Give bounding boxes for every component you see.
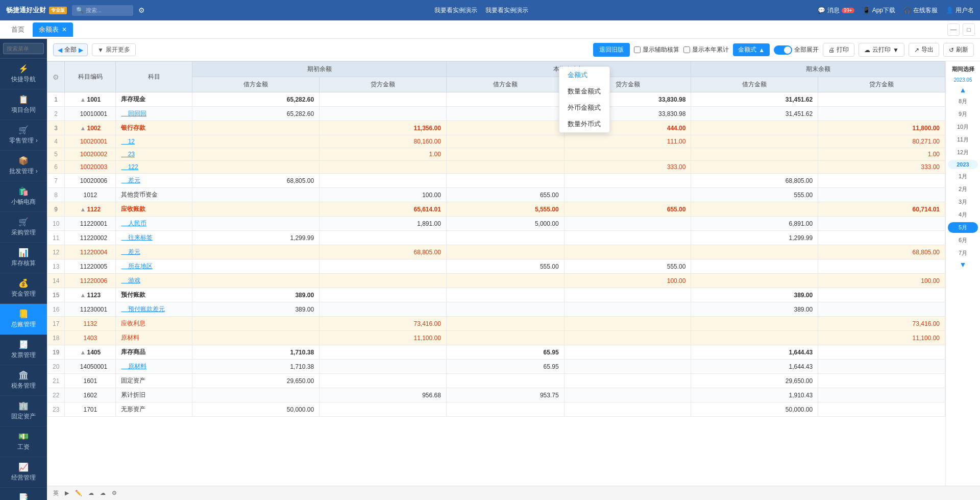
- show-ytd-check[interactable]: 显示本年累计: [683, 45, 729, 54]
- period-1[interactable]: 1月: [948, 171, 978, 182]
- table-cell-name-13[interactable]: 游戏: [116, 274, 192, 288]
- tab-balance[interactable]: 余额表 ✕: [33, 22, 73, 37]
- period-5[interactable]: 5月: [948, 222, 978, 233]
- wholesale-icon: 📦: [3, 156, 44, 165]
- download-btn[interactable]: 📱 App下载: [863, 6, 895, 15]
- user-btn[interactable]: 👤 用户名: [946, 6, 974, 15]
- table-cell-pc-4: [564, 148, 691, 161]
- filter-tag[interactable]: ◀ 全部 ▶: [53, 43, 88, 56]
- table-cell-oc-12: [320, 259, 447, 274]
- table-cell-od-15: 389.00: [192, 302, 320, 317]
- table-cell-name-9[interactable]: 人民币: [116, 217, 192, 231]
- export-btn[interactable]: ↗ 导出: [909, 43, 939, 57]
- period-2[interactable]: 2月: [948, 184, 978, 195]
- period-7[interactable]: 7月: [948, 248, 978, 258]
- view-mode-btn[interactable]: 金额式 ▲: [733, 43, 770, 56]
- sidebar-search-input[interactable]: [3, 43, 44, 54]
- table-cell-pd-12: 555.00: [446, 259, 564, 274]
- table-cell-pc-15: [564, 302, 691, 317]
- sidebar-item-accounting[interactable]: 📒 总账管理: [0, 304, 47, 335]
- table-cell-od-8: [192, 202, 320, 217]
- table-cell-name-1[interactable]: 回回回: [116, 107, 192, 121]
- table-cell-name-19[interactable]: 原材料: [116, 360, 192, 374]
- expand-more-btn[interactable]: ▼ 展开更多: [92, 43, 136, 56]
- print-btn[interactable]: 🖨 打印: [823, 43, 854, 57]
- period-9[interactable]: 9月: [948, 109, 978, 120]
- table-cell-oc-17: 11,100.00: [320, 331, 447, 345]
- assist-checkbox[interactable]: [634, 46, 641, 53]
- service-btn[interactable]: 🎧 在线客服: [903, 6, 938, 15]
- sidebar-item-invoice[interactable]: 🧾 发票管理: [0, 335, 47, 365]
- table-cell-name-6[interactable]: 差元: [116, 174, 192, 188]
- view-option-qty-amount[interactable]: 数量金额式: [559, 83, 609, 100]
- table-cell-no-13: 14: [47, 274, 65, 288]
- table-cell-name-12[interactable]: 所在地区: [116, 259, 192, 274]
- sidebar-item-finance[interactable]: 💰 资金管理: [0, 273, 47, 304]
- message-icon: 💬: [818, 7, 825, 14]
- sidebar-item-project[interactable]: 📋 项目合同: [0, 89, 47, 120]
- table-cell-oc-22: [320, 402, 447, 417]
- show-assist-check[interactable]: 显示辅助核算: [634, 45, 679, 54]
- tab-maximize-btn[interactable]: □: [963, 23, 975, 36]
- tab-close-icon[interactable]: ✕: [62, 26, 67, 33]
- view-option-foreign-amount[interactable]: 外币金额式: [559, 100, 609, 116]
- sidebar-item-report[interactable]: 📑 小畅报销: [0, 488, 47, 500]
- table-cell-cc-6: [818, 174, 945, 188]
- refresh-btn[interactable]: ↺ 刷新: [943, 43, 974, 57]
- tab-home[interactable]: 首页: [5, 22, 31, 37]
- sidebar-item-wholesale[interactable]: 📦 批发管理 ›: [0, 151, 47, 181]
- table-cell-name-5[interactable]: 122: [116, 161, 192, 174]
- back-old-version-btn[interactable]: 退回旧版: [593, 43, 630, 57]
- switch-toggle[interactable]: [774, 45, 792, 55]
- col-settings-header[interactable]: ⚙: [47, 62, 65, 92]
- table-cell-cd-6: 68,805.00: [691, 174, 818, 188]
- sidebar-item-ecommerce[interactable]: 🛍️ 小畅电商: [0, 181, 47, 212]
- service-icon: 🎧: [903, 7, 911, 14]
- period-10[interactable]: 10月: [948, 122, 978, 132]
- top-search[interactable]: 🔍 搜索...: [72, 5, 133, 16]
- scroll-up-btn[interactable]: ▲: [960, 86, 967, 94]
- period-3[interactable]: 3月: [948, 197, 978, 207]
- settings-icon[interactable]: ⚙: [138, 6, 145, 14]
- table-cell-name-15[interactable]: 预付账款差元: [116, 302, 192, 317]
- table-cell-name-4[interactable]: 23: [116, 148, 192, 161]
- period-11[interactable]: 11月: [948, 134, 978, 145]
- table-cell-oc-9: 1,891.00: [320, 217, 447, 231]
- sidebar-item-purchase[interactable]: 🛒 采购管理: [0, 212, 47, 243]
- period-12[interactable]: 12月: [948, 147, 978, 158]
- sidebar-item-salary[interactable]: 💵 工资: [0, 426, 47, 457]
- sidebar-item-fixed-assets[interactable]: 🏢 固定资产: [0, 396, 47, 426]
- period-year-2023[interactable]: 2023: [948, 160, 978, 169]
- scroll-down-btn[interactable]: ▼: [960, 260, 967, 269]
- print-icon: 🖨: [828, 46, 835, 54]
- ytd-checkbox[interactable]: [683, 46, 690, 53]
- sidebar-item-retail[interactable]: 🛒 零售管理 ›: [0, 120, 47, 151]
- period-8[interactable]: 8月: [948, 96, 978, 107]
- cloud-print-caret: ▼: [893, 46, 899, 54]
- col-closing-debit-header: 借方金额: [691, 77, 818, 92]
- table-cell-name-3[interactable]: 12: [116, 135, 192, 148]
- status-lang[interactable]: 英: [53, 489, 59, 497]
- sidebar-item-quick-nav[interactable]: ⚡ 快捷导航: [0, 59, 47, 89]
- cloud-print-btn[interactable]: ☁ 云打印 ▼: [859, 43, 904, 57]
- show-ytd-label: 显示本年累计: [692, 45, 729, 54]
- col-settings-icon[interactable]: ⚙: [53, 73, 59, 81]
- demo-link[interactable]: 我要看实例演示: [434, 6, 477, 15]
- demo-text[interactable]: 我要看实例演示: [485, 6, 528, 15]
- table-cell-name-11[interactable]: 差元: [116, 245, 192, 259]
- table-cell-name-20: 固定资产: [116, 374, 192, 388]
- view-option-qty-foreign[interactable]: 数量外币式: [559, 116, 609, 132]
- table-cell-name-10[interactable]: 往来标签: [116, 231, 192, 245]
- expand-all-toggle[interactable]: 全部展开: [774, 45, 819, 55]
- period-4[interactable]: 4月: [948, 209, 978, 220]
- sidebar-item-inventory[interactable]: 📊 库存核算: [0, 243, 47, 273]
- message-btn[interactable]: 💬 消息 99+: [818, 6, 854, 15]
- purchase-icon: 🛒: [3, 217, 44, 227]
- sidebar-item-ops[interactable]: 📈 经营管理: [0, 457, 47, 488]
- tab-minimize-btn[interactable]: —: [947, 23, 960, 36]
- period-6[interactable]: 6月: [948, 235, 978, 246]
- sidebar-item-tax[interactable]: 🏛️ 税务管理: [0, 365, 47, 396]
- table-cell-no-11: 12: [47, 245, 65, 259]
- view-option-amount[interactable]: 金额式: [559, 67, 609, 83]
- table-cell-pd-5: [446, 161, 564, 174]
